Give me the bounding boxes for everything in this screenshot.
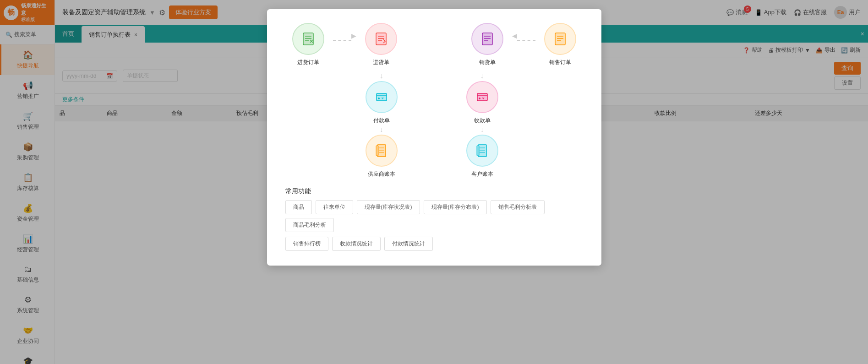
- svg-rect-8: [482, 43, 492, 45]
- sales-bill-icon: [471, 43, 503, 55]
- flow-row-2: ↓ ¥ 付款单: [285, 71, 583, 178]
- svg-rect-20: [377, 145, 386, 157]
- svg-point-27: [479, 98, 480, 99]
- sales-order-icon: [544, 43, 576, 55]
- common-functions-title: 常用功能: [285, 187, 583, 196]
- modal-scrollbar[interactable]: ◀ ▶: [267, 263, 601, 266]
- flow-modal: 进货订单 ▶: [267, 43, 601, 266]
- btn-counterpart[interactable]: 往来单位: [316, 200, 353, 214]
- btn-sales-rank[interactable]: 销售排行榜: [285, 237, 328, 251]
- btn-payment-stats[interactable]: 付款情况统计: [384, 237, 433, 251]
- scroll-left-icon[interactable]: ◀: [271, 265, 274, 266]
- btn-product-margin[interactable]: 商品毛利分析: [285, 218, 334, 232]
- customer-ledger-label: 客户账本: [471, 170, 493, 178]
- svg-rect-21: [376, 146, 378, 156]
- svg-text:¥: ¥: [482, 96, 485, 100]
- purchase-bill-label: 进货单: [373, 59, 389, 66]
- btn-receipt-stats[interactable]: 收款情况统计: [332, 237, 381, 251]
- supplier-ledger-label: 供应商账本: [368, 170, 395, 178]
- svg-rect-4: [376, 43, 386, 45]
- flow-row-1: 进货订单 ▶: [285, 43, 583, 66]
- btn-stock-dist[interactable]: 现存量(库存分布表): [424, 200, 487, 214]
- sales-down: ↓ ¥ 收款单: [459, 71, 505, 178]
- flow-payment-bill[interactable]: ¥ 付款单: [359, 81, 404, 125]
- arrow-right-1: ▶: [331, 43, 358, 49]
- arrow-left-1: ◀: [510, 43, 537, 49]
- svg-rect-12: [555, 43, 565, 45]
- down-arrow-1: ↓: [380, 72, 383, 80]
- common-buttons-row1: 商品 往来单位 现存量(库存状况表) 现存量(库存分布表) 销售毛利分析表 商品…: [285, 200, 583, 232]
- customer-ledger-icon: [466, 135, 498, 167]
- down-arrow-3: ↓: [480, 72, 484, 80]
- svg-text:¥: ¥: [381, 96, 384, 100]
- modal-overlay[interactable]: 进货订单 ▶: [55, 43, 868, 364]
- flow-customer-ledger[interactable]: 客户账本: [459, 135, 505, 178]
- payment-bill-label: 付款单: [373, 117, 390, 125]
- receipt-bill-icon: ¥: [466, 81, 498, 113]
- svg-rect-29: [478, 145, 486, 157]
- btn-product[interactable]: 商品: [285, 200, 312, 214]
- purchase-down: ↓ ¥ 付款单: [359, 71, 404, 178]
- purchase-order-label: 进货订单: [297, 59, 319, 66]
- flow-sales-order[interactable]: 销售订单: [537, 43, 583, 66]
- svg-point-18: [378, 98, 380, 99]
- common-functions-section: 常用功能 商品 往来单位 现存量(库存状况表) 现存量(库存分布表) 销售毛利分…: [267, 187, 601, 263]
- payment-bill-icon: ¥: [366, 81, 398, 113]
- btn-sales-margin[interactable]: 销售毛利分析表: [491, 200, 545, 214]
- flow-purchase-bill[interactable]: 进货单: [358, 43, 404, 66]
- common-buttons-row2: 销售排行榜 收款情况统计 付款情况统计: [285, 237, 583, 251]
- purchase-bill-icon: [365, 43, 397, 55]
- sales-bill-label: 销货单: [479, 59, 496, 66]
- down-arrow-4: ↓: [480, 125, 484, 134]
- receipt-bill-label: 收款单: [474, 117, 491, 125]
- sales-order-label: 销售订单: [549, 59, 571, 66]
- btn-stock-status[interactable]: 现存量(库存状况表): [357, 200, 420, 214]
- supplier-ledger-icon: [366, 135, 398, 167]
- svg-rect-0: [303, 43, 313, 45]
- main-area: 装备及固定资产辅助管理系统 ▼ ⚙ 体验行业方案 💬 消息 5 📱 App下载 …: [55, 0, 868, 364]
- scroll-right-icon[interactable]: ▶: [594, 265, 598, 266]
- content-body: ❓ 帮助 🖨 按模板打印 ▼ 📤 导出 🔄 刷新 yyyy-mm-dd 📅: [55, 43, 868, 364]
- purchase-order-icon: [292, 43, 324, 55]
- svg-rect-30: [477, 146, 479, 156]
- flow-section: 进货订单 ▶: [267, 43, 601, 187]
- flow-purchase-order[interactable]: 进货订单: [285, 43, 331, 66]
- flow-sales-bill[interactable]: 销货单: [464, 43, 510, 66]
- flow-supplier-ledger[interactable]: 供应商账本: [359, 135, 404, 178]
- down-arrow-2: ↓: [380, 125, 383, 134]
- flow-receipt-bill[interactable]: ¥ 收款单: [459, 81, 505, 125]
